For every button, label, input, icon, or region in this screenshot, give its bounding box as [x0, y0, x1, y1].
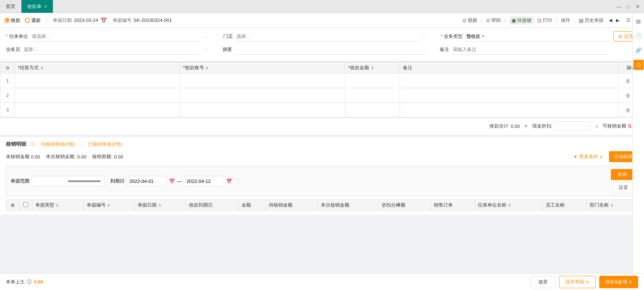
row-2-account[interactable]	[180, 88, 345, 103]
counterpart-label: 往来单位	[6, 33, 28, 40]
tab-pending[interactable]: 待核销单据(0笔)	[39, 141, 76, 148]
calendar-icon[interactable]: 📅	[101, 17, 107, 23]
minimize-button[interactable]: —	[616, 3, 622, 10]
info-icon[interactable]: ⓘ	[31, 141, 35, 148]
radio-refund-label: 退款	[31, 17, 41, 24]
sort-icon	[56, 204, 58, 207]
row-1-note[interactable]	[400, 74, 619, 88]
calendar-from-icon[interactable]: 📅	[169, 179, 175, 184]
row-3-settlement[interactable]	[15, 103, 180, 117]
row-1-account[interactable]	[180, 74, 345, 88]
sidebar-screen-icon[interactable]: ⊡	[633, 60, 644, 70]
row-num-3: 3	[0, 103, 15, 117]
diff-stat: 核销差额: 0.00	[92, 153, 123, 160]
delete-icon[interactable]: 🗑	[625, 107, 631, 113]
row-1-settlement[interactable]	[15, 74, 180, 88]
shortcut-icon: ▣	[511, 17, 516, 23]
tab-close-icon[interactable]: ×	[44, 4, 47, 9]
tab-done[interactable]: 已核销单据(0笔)	[86, 141, 123, 148]
range-label: 单据范围	[11, 178, 30, 184]
note-input[interactable]	[451, 44, 609, 55]
sidebar-link-icon[interactable]: 🔗	[633, 45, 644, 55]
bt-th-checkbox[interactable]	[19, 200, 32, 211]
tab-home-label: 首页	[6, 3, 15, 10]
toolbar-divider-1	[47, 17, 47, 24]
save-new-button[interactable]: 保存&新增 ∧	[599, 276, 638, 288]
row-3-amount[interactable]	[345, 103, 400, 117]
unchecked-label: 未核销金额	[6, 153, 30, 160]
print-btn[interactable]: ⊡ 打印	[537, 17, 552, 24]
abstract-label: 摘要	[223, 46, 232, 53]
row-2-amount[interactable]	[345, 88, 400, 103]
settings-button-2[interactable]: 设置	[613, 182, 633, 193]
radio-refund[interactable]: 退款	[25, 17, 41, 24]
form-section: 往来单位 ··· 门店 ··· 业务类型 预收款 ▾ ⚙ 设置	[0, 28, 644, 62]
history-btn[interactable]: ▤ 历史单据	[579, 17, 604, 24]
diff-value: 0.00	[114, 154, 123, 160]
counterpart-more-icon[interactable]: ···	[203, 34, 210, 39]
business-type-select[interactable]: 预收款 ▾	[465, 31, 610, 42]
maximize-button[interactable]: □	[625, 3, 632, 10]
store-more-icon[interactable]: ···	[420, 34, 427, 39]
delete-icon[interactable]: 🗑	[625, 93, 631, 98]
nav-prev[interactable]: ◀	[607, 17, 614, 24]
table-row: 3 🗑 ⊕	[0, 103, 644, 117]
bt-th-gear[interactable]: ⚙	[6, 200, 19, 211]
nuclear-title: 核销明细	[6, 141, 26, 148]
receipt-table: ⚙ *结算方式 *收款账号 *收款金额 备注 操作	[0, 62, 644, 117]
sort-icon	[371, 66, 373, 70]
row-2-settlement[interactable]	[15, 88, 180, 103]
discount-input[interactable]	[554, 121, 591, 131]
close-button[interactable]: ✕	[635, 3, 641, 10]
nav-arrows: ◀ ▶	[607, 17, 621, 24]
date-to-input[interactable]	[184, 176, 224, 186]
counterpart-input[interactable]	[30, 31, 201, 42]
abandon-button[interactable]: 放弃	[531, 276, 555, 288]
range-field: 单据范围	[11, 176, 105, 186]
chevron-up-icon: ∧	[600, 154, 603, 160]
sidebar-table-icon[interactable]: ▤	[633, 16, 644, 26]
row-2-note[interactable]	[400, 88, 619, 103]
calendar-to-icon[interactable]: 📅	[226, 179, 232, 184]
radio-receive[interactable]: 收款	[4, 17, 20, 24]
date-from-input[interactable]	[127, 176, 167, 186]
row-3-account[interactable]	[180, 103, 345, 117]
bt-th-due: 收款到期日	[186, 200, 239, 211]
select-all-checkbox[interactable]	[23, 202, 28, 207]
tab-home[interactable]: 首页	[0, 0, 21, 13]
delete-icon[interactable]: 🗑	[625, 78, 631, 84]
more-conditions-btn[interactable]: ▼ 更多条件 ∧	[573, 153, 603, 160]
abstract-input[interactable]	[234, 44, 426, 55]
info-icon[interactable]: ⓘ	[27, 279, 32, 285]
bt-th-counterpart: 往来单位名称	[475, 200, 543, 211]
sort-icon	[508, 204, 511, 207]
salesperson-label: 业务员	[6, 46, 20, 53]
bt-th-amount: 金额	[238, 200, 266, 211]
discount-item: 现金折扣:	[532, 121, 591, 131]
operation-btn[interactable]: 操作	[561, 17, 570, 24]
row-1-amount[interactable]	[345, 74, 400, 88]
sort-icon	[611, 204, 613, 207]
form-row-2: 业务员 ··· 摘要 备注	[6, 44, 638, 55]
range-select[interactable]	[32, 176, 105, 186]
salesperson-input[interactable]	[22, 44, 200, 55]
number-value: SK-20230324-001	[134, 17, 172, 23]
sidebar-doc-icon[interactable]: 📄	[633, 31, 644, 41]
video-btn[interactable]: ⊙ 视频	[462, 17, 477, 24]
store-input[interactable]	[235, 31, 418, 42]
th-gear[interactable]: ⚙	[0, 62, 15, 74]
chevron-down-icon	[67, 180, 101, 182]
bt-th-discount: 折扣分摊额	[378, 200, 431, 211]
nav-next[interactable]: ▶	[614, 17, 621, 24]
salesperson-more-icon[interactable]: ···	[202, 47, 209, 52]
row-3-note[interactable]	[400, 103, 619, 117]
save-draft-button[interactable]: 保存草稿 ∧	[559, 276, 596, 288]
chevron-down-icon: ▾	[482, 34, 484, 39]
plus-operator: +	[524, 123, 527, 129]
view-list[interactable]: ☰	[625, 17, 632, 24]
shortcut-btn[interactable]: ▣ 快捷键	[509, 16, 534, 24]
query-button[interactable]: 查询	[611, 169, 633, 180]
help-btn[interactable]: ⊙ 帮助	[486, 17, 501, 24]
number-field: 单据编号 SK-20230324-001	[113, 17, 172, 24]
tab-receipt[interactable]: 收款单 ×	[21, 0, 53, 13]
